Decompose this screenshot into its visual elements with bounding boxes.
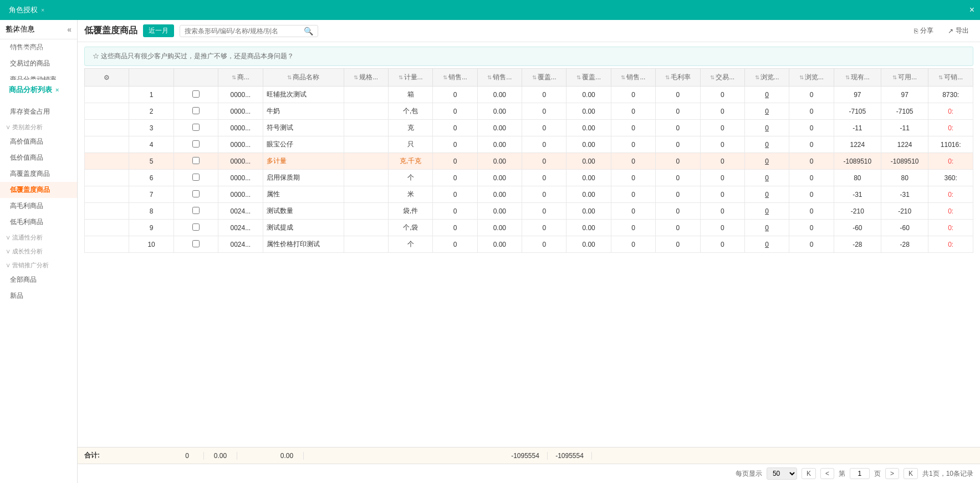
sidebar-item[interactable]: 低价值商品 — [0, 150, 77, 166]
row-browse1[interactable]: 0 — [744, 136, 789, 153]
row-browse1[interactable]: 0 — [744, 236, 789, 253]
column-header-browse1[interactable]: ⇅浏览... — [744, 69, 789, 87]
sidebar-item[interactable]: 高毛利商品 — [0, 198, 77, 214]
sidebar-group-title[interactable]: ∨ 类别差分析 — [0, 120, 77, 134]
table-row: 70000...属性米00.0000.0000000-31-310: — [85, 186, 973, 203]
row-code: 0000... — [218, 153, 263, 170]
nav-tab[interactable]: 单据模板设置 × — [2, 40, 65, 60]
column-header-gross_rate[interactable]: ⇅毛利率 — [656, 69, 700, 87]
row-checkbox[interactable] — [173, 170, 218, 186]
row-code: 0000... — [218, 87, 263, 103]
row-sales-qty: 0 — [433, 153, 477, 170]
row-settings[interactable] — [85, 203, 129, 220]
table-row: 50000...多计量克,千克00.0000.0000000-1089510-1… — [85, 153, 973, 170]
first-page-button[interactable]: K — [802, 468, 816, 479]
row-sales-amt: 0.00 — [477, 236, 522, 253]
column-header-sales_amt[interactable]: ⇅销售... — [477, 69, 522, 87]
row-saleable: 360: — [928, 170, 973, 186]
column-header-name[interactable]: ⇅商品名称 — [263, 69, 344, 87]
tab-close-icon[interactable]: × — [41, 7, 44, 13]
row-browse1[interactable]: 0 — [744, 220, 789, 236]
row-settings[interactable] — [85, 136, 129, 153]
row-checkbox[interactable] — [173, 153, 218, 170]
tab-close-icon[interactable]: × — [55, 27, 59, 33]
row-browse1[interactable]: 0 — [744, 203, 789, 220]
row-checkbox[interactable] — [173, 87, 218, 103]
nav-tab[interactable]: 商品分析列表 × — [2, 80, 65, 100]
sidebar-item[interactable]: 库存资金占用 — [0, 104, 77, 120]
search-icon[interactable]: 🔍 — [304, 27, 313, 35]
column-header-unit[interactable]: ⇅计量... — [388, 69, 432, 87]
row-name: 属性价格打印测试 — [263, 236, 344, 253]
sidebar-item[interactable]: 全部商品 — [0, 272, 77, 288]
row-gross-rate: 0 — [656, 203, 700, 220]
row-checkbox[interactable] — [173, 203, 218, 220]
sidebar-item[interactable]: 高覆盖度商品 — [0, 166, 77, 182]
row-name: 牛奶 — [263, 103, 344, 120]
sidebar-item[interactable]: 低覆盖度商品 — [0, 182, 77, 198]
sidebar-item[interactable]: 新品 — [0, 288, 77, 304]
row-browse1[interactable]: 0 — [744, 153, 789, 170]
sidebar-item[interactable]: 高价值商品 — [0, 134, 77, 150]
window-close-button[interactable]: × — [969, 5, 974, 15]
row-settings[interactable] — [85, 220, 129, 236]
share-button[interactable]: ⎘ 分享 — [910, 24, 938, 37]
row-settings[interactable] — [85, 236, 129, 253]
sidebar-group-title[interactable]: ∨ 成长性分析 — [0, 244, 77, 258]
sidebar-collapse-button[interactable]: « — [67, 25, 72, 34]
page-size-select[interactable]: 50 100 200 — [767, 467, 797, 480]
export-button[interactable]: ↗ 导出 — [943, 24, 973, 37]
column-header-sales_qty[interactable]: ⇅销售... — [433, 69, 477, 87]
row-browse1[interactable]: 0 — [744, 120, 789, 136]
row-checkbox[interactable] — [173, 236, 218, 253]
row-cover1: 0 — [522, 120, 566, 136]
column-header-cover2[interactable]: ⇅覆盖... — [566, 69, 611, 87]
tab-close-icon[interactable]: × — [55, 87, 59, 93]
row-settings[interactable] — [85, 103, 129, 120]
sidebar-group-title[interactable]: ∨ 营销推广分析 — [0, 258, 77, 272]
row-browse1[interactable]: 0 — [744, 186, 789, 203]
column-header-browse2[interactable]: ⇅浏览... — [789, 69, 834, 87]
row-settings[interactable] — [85, 87, 129, 103]
row-settings[interactable] — [85, 120, 129, 136]
data-table: ⚙⇅商...⇅商品名称⇅规格...⇅计量...⇅销售...⇅销售...⇅覆盖..… — [84, 68, 973, 253]
column-header-sales2[interactable]: ⇅销售... — [611, 69, 655, 87]
row-settings[interactable] — [85, 170, 129, 186]
sidebar-group-title[interactable]: ∨ 流通性分析 — [0, 230, 77, 244]
next-page-button[interactable]: > — [885, 468, 899, 479]
page-label: 第 — [839, 469, 845, 479]
nav-tab[interactable]: 产成品入库单 × — [2, 20, 65, 40]
row-code: 0000... — [218, 103, 263, 120]
column-header-spec[interactable]: ⇅规格... — [344, 69, 388, 87]
row-checkbox[interactable] — [173, 103, 218, 120]
row-checkbox[interactable] — [173, 120, 218, 136]
tab-close-icon[interactable]: × — [41, 67, 44, 73]
nav-tab[interactable]: 商品分析 × — [2, 60, 65, 80]
row-checkbox[interactable] — [173, 220, 218, 236]
row-settings[interactable] — [85, 186, 129, 203]
sidebar-item[interactable]: 低毛利商品 — [0, 214, 77, 230]
column-header-code[interactable]: ⇅商... — [218, 69, 263, 87]
table-wrapper[interactable]: ⚙⇅商...⇅商品名称⇅规格...⇅计量...⇅销售...⇅销售...⇅覆盖..… — [84, 68, 973, 447]
row-settings[interactable] — [85, 153, 129, 170]
row-code: 0000... — [218, 170, 263, 186]
column-header-trade[interactable]: ⇅交易... — [700, 69, 744, 87]
column-header-current[interactable]: ⇅现有... — [834, 69, 881, 87]
row-checkbox[interactable] — [173, 186, 218, 203]
column-header-available[interactable]: ⇅可用... — [881, 69, 928, 87]
search-input[interactable] — [185, 27, 304, 35]
column-header-cover1[interactable]: ⇅覆盖... — [522, 69, 566, 87]
time-filter-button[interactable]: 近一月 — [143, 24, 174, 37]
nav-tab[interactable]: 角色授权 × — [2, 0, 65, 20]
last-page-button[interactable]: K — [904, 468, 918, 479]
row-sales-qty: 0 — [433, 186, 477, 203]
column-header-saleable[interactable]: ⇅可销... — [928, 69, 973, 87]
row-browse1[interactable]: 0 — [744, 170, 789, 186]
page-input[interactable] — [850, 468, 870, 479]
row-browse1[interactable]: 0 — [744, 87, 789, 103]
tab-close-icon[interactable]: × — [55, 47, 59, 53]
row-unit: 个,包 — [388, 103, 432, 120]
prev-page-button[interactable]: < — [820, 468, 834, 479]
row-checkbox[interactable] — [173, 136, 218, 153]
row-browse1[interactable]: 0 — [744, 103, 789, 120]
